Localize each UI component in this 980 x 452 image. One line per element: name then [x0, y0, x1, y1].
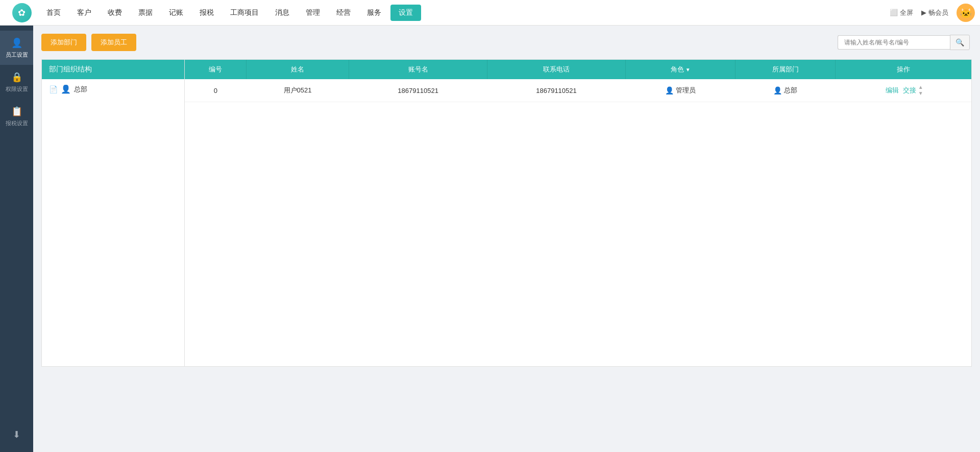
- cell-name: 用户0521: [247, 79, 349, 102]
- sidebar-item-报税设置[interactable]: 📋报税设置: [0, 99, 33, 133]
- dept-user-icon: 👤: [61, 84, 71, 94]
- cell-id: 0: [185, 79, 247, 102]
- sidebar-label: 权限设置: [6, 85, 28, 93]
- sidebar-label: 员工设置: [6, 51, 28, 59]
- employee-table: 编号姓名账号名联系电话角色▼所属部门操作 0用户0521186791105211…: [185, 60, 971, 102]
- sidebar: 👤员工设置🔒权限设置📋报税设置⬇: [0, 26, 33, 452]
- download-icon: ⬇: [11, 429, 23, 441]
- th-dept: 所属部门: [736, 60, 836, 79]
- sidebar-icon: 📋: [11, 105, 23, 117]
- nav-item-管理[interactable]: 管理: [298, 0, 328, 26]
- table-row: 0用户05211867911052118679110521👤管理员👤总部编辑交接…: [185, 79, 971, 102]
- nav-item-工商项目[interactable]: 工商项目: [222, 0, 267, 26]
- th-action: 操作: [836, 60, 971, 79]
- scroll-arrows: ▲▼: [918, 84, 923, 97]
- top-navigation: ✿ 首页客户收费票据记账报税工商项目消息管理经营服务设置 ⬜ 全屏 ▶ 畅会员 …: [0, 0, 980, 26]
- avatar[interactable]: 🐱: [957, 4, 975, 22]
- table-body: 0用户05211867911052118679110521👤管理员👤总部编辑交接…: [185, 79, 971, 102]
- dept-file-icon: 📄: [49, 85, 58, 93]
- nav-item-报税[interactable]: 报税: [191, 0, 222, 26]
- sidebar-item-员工设置[interactable]: 👤员工设置: [0, 31, 33, 65]
- sidebar-label: 报税设置: [6, 120, 28, 127]
- search-input[interactable]: [838, 35, 950, 50]
- role-label: 管理员: [676, 86, 696, 95]
- search-button[interactable]: 🔍: [950, 35, 970, 50]
- top-right: ⬜ 全屏 ▶ 畅会员 🐱: [890, 4, 975, 22]
- sidebar-bottom-item[interactable]: ⬇: [0, 422, 33, 447]
- logo[interactable]: ✿: [5, 3, 38, 22]
- filter-icon[interactable]: ▼: [685, 67, 691, 73]
- sidebar-icon: 🔒: [11, 71, 23, 83]
- content-area: 部门组织结构 📄 👤 总部 编号姓名账号名联系电话角色▼所属部门操作 0用户05…: [41, 59, 972, 367]
- edit-button[interactable]: 编辑: [886, 86, 899, 95]
- th-id: 编号: [185, 60, 247, 79]
- dept-item-headquarters[interactable]: 📄 👤 总部: [42, 79, 184, 99]
- fullscreen-button[interactable]: ⬜ 全屏: [890, 8, 913, 17]
- dept-user-icon: 👤: [773, 86, 782, 94]
- main-content: 添加部门 添加员工 🔍 部门组织结构 📄 👤 总部 编号姓名账号名联系电话角色▼…: [33, 26, 980, 452]
- member-button[interactable]: ▶ 畅会员: [921, 8, 948, 17]
- cell-phone: 18679110521: [487, 79, 626, 102]
- nav-item-客户[interactable]: 客户: [69, 0, 100, 26]
- nav-item-首页[interactable]: 首页: [38, 0, 69, 26]
- cell-action: 编辑交接▲▼: [836, 79, 971, 102]
- th-account: 账号名: [349, 60, 487, 79]
- member-icon: ▶: [921, 9, 926, 16]
- sidebar-icon: 👤: [11, 37, 23, 49]
- nav-item-收费[interactable]: 收费: [100, 0, 130, 26]
- dept-panel-header: 部门组织结构: [42, 60, 184, 79]
- scroll-down-arrow[interactable]: ▼: [918, 90, 923, 97]
- nav-item-记账[interactable]: 记账: [161, 0, 191, 26]
- cell-role: 👤管理员: [625, 79, 736, 102]
- th-phone: 联系电话: [487, 60, 626, 79]
- nav-item-票据[interactable]: 票据: [130, 0, 161, 26]
- cell-account: 18679110521: [349, 79, 487, 102]
- scroll-up-arrow[interactable]: ▲: [918, 84, 923, 90]
- dept-name: 总部: [74, 85, 87, 94]
- fullscreen-icon: ⬜: [890, 9, 898, 16]
- sidebar-item-权限设置[interactable]: 🔒权限设置: [0, 65, 33, 99]
- member-label: 畅会员: [928, 8, 948, 17]
- dept-label: 总部: [784, 86, 797, 95]
- left-panel: 部门组织结构 📄 👤 总部: [42, 60, 185, 366]
- table-header-row: 编号姓名账号名联系电话角色▼所属部门操作: [185, 60, 971, 79]
- th-role: 角色▼: [625, 60, 736, 79]
- add-employee-button[interactable]: 添加员工: [91, 34, 136, 51]
- nav-items: 首页客户收费票据记账报税工商项目消息管理经营服务设置: [38, 0, 890, 26]
- nav-item-消息[interactable]: 消息: [267, 0, 298, 26]
- nav-item-服务[interactable]: 服务: [359, 0, 389, 26]
- add-dept-button[interactable]: 添加部门: [41, 34, 86, 51]
- th-name: 姓名: [247, 60, 349, 79]
- role-user-icon: 👤: [665, 86, 674, 94]
- nav-item-设置[interactable]: 设置: [390, 5, 421, 21]
- toolbar: 添加部门 添加员工: [41, 34, 972, 51]
- cell-dept: 👤总部: [736, 79, 836, 102]
- transfer-button[interactable]: 交接: [903, 86, 916, 95]
- search-area: 🔍: [838, 35, 970, 50]
- fullscreen-label: 全屏: [900, 8, 913, 17]
- right-panel: 编号姓名账号名联系电话角色▼所属部门操作 0用户0521186791105211…: [185, 60, 971, 366]
- nav-item-经营[interactable]: 经营: [328, 0, 359, 26]
- logo-icon: ✿: [12, 3, 32, 22]
